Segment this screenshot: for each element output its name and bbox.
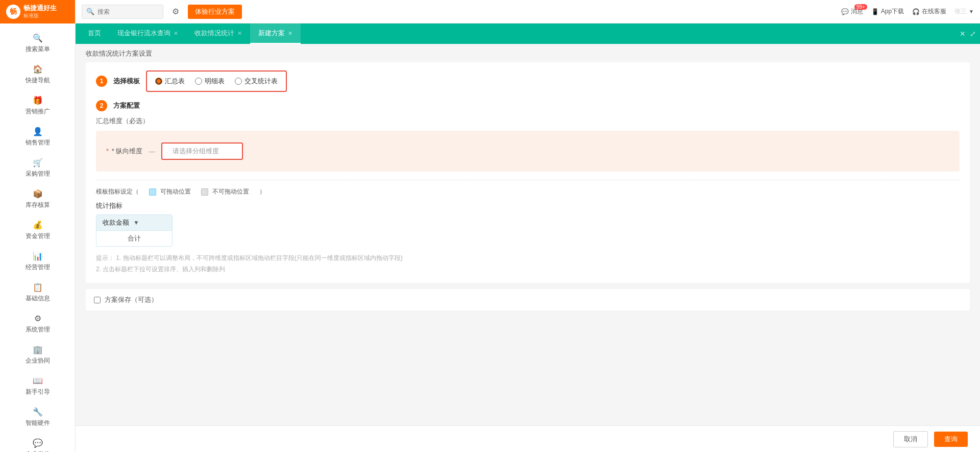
sidebar-item-purchase[interactable]: 🛒 采购管理: [0, 152, 75, 183]
sidebar-nav: 🔍 搜索菜单 🏠 快捷导航 🎁 营销推广 👤 销售管理 🛒 采购管理 📦 库存核…: [0, 23, 75, 452]
sidebar-item-wechat[interactable]: 💬 企业微信: [0, 433, 75, 452]
headset-icon: 🎧: [912, 8, 920, 15]
sidebar-item-inventory[interactable]: 📦 库存核算: [0, 183, 75, 215]
download-icon: 📱: [871, 8, 879, 15]
wrench-icon: 🔧: [33, 407, 43, 417]
metrics-col-header[interactable]: 收款金额 ▼: [96, 215, 172, 231]
tab-collection[interactable]: 收款情况统计 ✕: [186, 23, 250, 44]
radio-summary-input[interactable]: [155, 78, 162, 85]
topbar-right: 💬 消息 99+ 📱 App下载 🎧 在线客服 张三 ▼: [841, 7, 974, 16]
sidebar-item-operation[interactable]: 📊 经营管理: [0, 246, 75, 277]
sidebar-item-sales[interactable]: 👤 销售管理: [0, 121, 75, 152]
sidebar-item-quick[interactable]: 🏠 快捷导航: [0, 59, 75, 90]
query-button[interactable]: 查询: [934, 432, 968, 447]
dimension-area: * * 纵向维度 — 请选择分组维度: [96, 131, 960, 172]
step2-row: 2 方案配置: [96, 100, 960, 111]
bottom-bar: 取消 查询: [76, 425, 980, 452]
step2-label: 方案配置: [113, 101, 140, 110]
tab-new-plan-close[interactable]: ✕: [288, 30, 292, 37]
template-selection: 汇总表 明细表 交叉统计表: [146, 70, 287, 92]
radio-summary[interactable]: 汇总表: [155, 77, 185, 86]
dimension-title: 汇总维度（必选）: [96, 116, 960, 126]
tab-cashflow[interactable]: 现金银行流水查询 ✕: [109, 23, 186, 44]
topbar: 🔍 ⚙ 体验行业方案 💬 消息 99+ 📱 App下载 🎧 在线客服 张三 ▼: [76, 0, 980, 23]
sidebar-item-guide[interactable]: 📖 新手引导: [0, 370, 75, 401]
tip-1: 提示： 1. 拖动标题栏可以调整布局，不可跨维度或指标区域拖动栏目字段(只能在同…: [96, 253, 960, 264]
search-menu-icon: 🔍: [33, 33, 43, 43]
save-section: 方案保存（可选）: [86, 289, 970, 311]
home-icon: 🏠: [33, 64, 43, 74]
book-icon: 📖: [33, 375, 43, 386]
sidebar-item-capital[interactable]: 💰 资金管理: [0, 215, 75, 246]
sidebar-item-hardware[interactable]: 🔧 智能硬件: [0, 401, 75, 433]
main-area: 🔍 ⚙ 体验行业方案 💬 消息 99+ 📱 App下载 🎧 在线客服 张三 ▼: [76, 0, 980, 452]
main-card: 1 选择模板 汇总表 明细表 交叉统计表: [86, 62, 970, 283]
step2-circle: 2: [96, 100, 107, 111]
metrics-table: 收款金额 ▼ 合计: [96, 215, 173, 247]
cancel-button[interactable]: 取消: [893, 431, 928, 447]
save-label[interactable]: 方案保存（可选）: [105, 295, 158, 304]
sidebar: 畅 畅捷通好生 标准版 🔍 搜索菜单 🏠 快捷导航 🎁 营销推广 👤 销售管理 …: [0, 0, 76, 452]
arrow-icon: —: [149, 148, 155, 155]
sidebar-item-search[interactable]: 🔍 搜索菜单: [0, 28, 75, 59]
search-icon: 🔍: [86, 8, 94, 15]
maximize-icon[interactable]: ⤢: [970, 30, 976, 38]
tab-home[interactable]: 首页: [80, 23, 109, 44]
draggable-box: [149, 188, 156, 196]
gear-icon: ⚙: [33, 313, 43, 323]
metrics-section: 模板指标设定（ 可拖动位置 不可拖动位置 ）: [96, 180, 960, 247]
tips-section: 提示： 1. 拖动标题栏可以调整布局，不可跨维度或指标区域拖动栏目字段(只能在同…: [96, 247, 960, 275]
message-badge[interactable]: 💬 消息 99+: [841, 7, 863, 16]
dim-placeholder-box[interactable]: 请选择分组维度: [161, 142, 243, 160]
radio-cross[interactable]: 交叉统计表: [235, 77, 278, 86]
tabbar-controls: ✕ ⤢: [960, 23, 976, 44]
metrics-header: 模板指标设定（ 可拖动位置 不可拖动位置 ）: [96, 187, 960, 196]
radio-detail[interactable]: 明细表: [195, 77, 225, 86]
chevron-down-icon: ▼: [969, 9, 974, 14]
metrics-col-subtotal: 合计: [96, 231, 172, 246]
chat-icon: 💬: [33, 438, 43, 448]
content-area: 收款情况统计方案设置 1 选择模板 汇总表 明细表: [76, 44, 980, 452]
tabbar-spacer: [301, 23, 960, 44]
settings-icon[interactable]: ⚙: [168, 5, 183, 19]
sidebar-logo: 畅 畅捷通好生 标准版: [0, 0, 75, 23]
online-service[interactable]: 🎧 在线客服: [912, 7, 946, 16]
tip-2: 2. 点击标题栏下拉可设置排序、插入列和删除列: [96, 264, 960, 275]
step2-section: 2 方案配置 汇总维度（必选） * * 纵向维度 —: [96, 100, 960, 275]
dim-row: * * 纵向维度 — 请选择分组维度: [106, 142, 243, 160]
save-checkbox[interactable]: [94, 297, 101, 303]
topbar-search[interactable]: 🔍: [82, 5, 163, 19]
metrics-close: ）: [259, 187, 265, 196]
user-profile[interactable]: 张三 ▼: [954, 7, 974, 16]
tab-collection-close[interactable]: ✕: [237, 30, 242, 37]
legend-fixed: 不可拖动位置: [201, 187, 249, 196]
app-download[interactable]: 📱 App下载: [871, 7, 904, 16]
box-icon: 📦: [33, 188, 43, 199]
chevron-down-icon: ▼: [133, 219, 139, 226]
fixed-box: [201, 188, 208, 196]
close-window-icon[interactable]: ✕: [960, 30, 966, 38]
message-icon: 💬: [841, 8, 849, 15]
logo-text: 畅捷通好生 标准版: [23, 4, 57, 19]
radio-group-template: 汇总表 明细表 交叉统计表: [155, 77, 278, 86]
building-icon: 🏢: [33, 344, 43, 354]
sidebar-item-marketing[interactable]: 🎁 营销推广: [0, 90, 75, 121]
sidebar-item-enterprise[interactable]: 🏢 企业协同: [0, 339, 75, 370]
search-input[interactable]: [97, 8, 154, 15]
sidebar-item-basic[interactable]: 📋 基础信息: [0, 277, 75, 308]
sidebar-item-system[interactable]: ⚙ 系统管理: [0, 308, 75, 339]
metrics-config-label: 模板指标设定（: [96, 187, 139, 196]
radio-cross-input[interactable]: [235, 78, 242, 85]
vertical-dim-label: * * 纵向维度: [106, 147, 142, 156]
trial-btn[interactable]: 体验行业方案: [188, 5, 242, 19]
tab-cashflow-close[interactable]: ✕: [174, 30, 178, 37]
radio-detail-input[interactable]: [195, 78, 202, 85]
page-header: 收款情况统计方案设置: [76, 44, 980, 62]
plan-config: 汇总维度（必选） * * 纵向维度 — 请选择分组维度: [96, 116, 960, 275]
logo-icon: 畅: [6, 5, 20, 19]
user-icon: 👤: [33, 126, 43, 136]
tabbar: 首页 现金银行流水查询 ✕ 收款情况统计 ✕ 新建方案 ✕ ✕ ⤢: [76, 23, 980, 44]
tab-new-plan[interactable]: 新建方案 ✕: [250, 23, 301, 44]
legend-draggable: 可拖动位置: [149, 187, 191, 196]
cart-icon: 🛒: [33, 157, 43, 168]
